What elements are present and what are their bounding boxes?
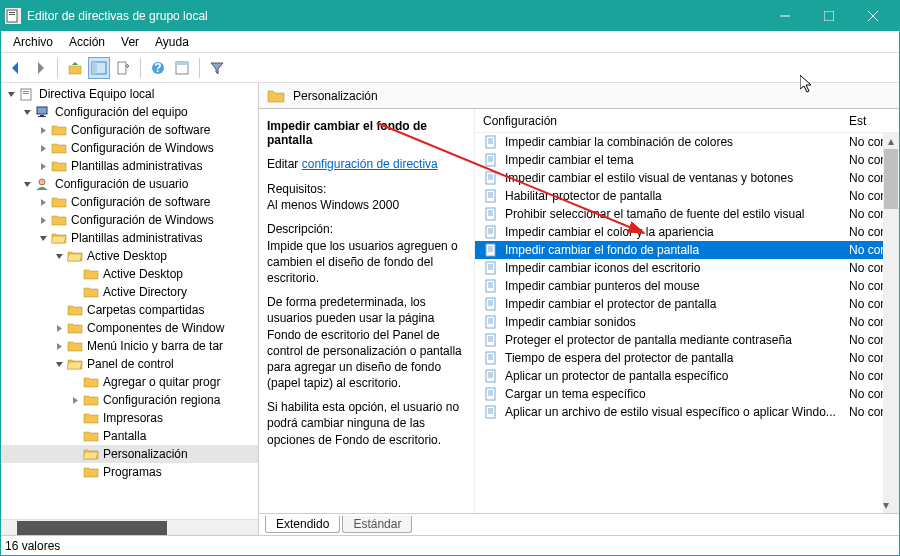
policy-item[interactable]: Impedir cambiar sonidosNo con — [475, 313, 899, 331]
policy-item[interactable]: Prohibir seleccionar el tamaño de fuente… — [475, 205, 899, 223]
column-configuration[interactable]: Configuración — [475, 114, 849, 128]
toolbar-separator — [57, 58, 58, 78]
svg-rect-66 — [486, 334, 495, 346]
svg-rect-30 — [486, 172, 495, 184]
path-header: Personalización — [259, 83, 899, 109]
edit-policy-line: Editar configuración de directiva — [267, 157, 466, 171]
svg-rect-14 — [176, 62, 188, 65]
svg-rect-1 — [9, 12, 15, 13]
requirements-text: Al menos Windows 2000 — [267, 197, 466, 213]
svg-rect-7 — [69, 66, 81, 74]
svg-rect-20 — [38, 116, 46, 117]
policy-item[interactable]: Impedir cambiar punteros del mouseNo con — [475, 277, 899, 295]
help-button[interactable]: ? — [147, 57, 169, 79]
content-area: Impedir cambiar el fondo de pantalla Edi… — [259, 109, 899, 513]
tree-item[interactable]: Configuración de software — [1, 121, 258, 139]
list-header: Configuración Est — [475, 109, 899, 133]
policy-list[interactable]: Impedir cambiar la combinación de colore… — [475, 133, 899, 513]
menu-file[interactable]: Archivo — [5, 33, 61, 51]
policy-item[interactable]: Aplicar un archivo de estilo visual espe… — [475, 403, 899, 421]
svg-rect-82 — [486, 406, 495, 418]
tree-item[interactable]: Componentes de Window — [1, 319, 258, 337]
policy-item[interactable]: Impedir cambiar el temaNo con — [475, 151, 899, 169]
export-button[interactable] — [112, 57, 134, 79]
policy-item[interactable]: Impedir cambiar el fondo de pantallaNo c… — [475, 241, 899, 259]
tree-item[interactable]: Personalización — [1, 445, 258, 463]
properties-button[interactable] — [171, 57, 193, 79]
tree-item[interactable]: Panel de control — [1, 355, 258, 373]
scroll-down-icon[interactable]: ▾ — [883, 497, 889, 513]
svg-rect-54 — [486, 280, 495, 292]
scroll-up-icon[interactable]: ▴ — [883, 133, 899, 149]
forward-button[interactable] — [29, 57, 51, 79]
requirements-label: Requisitos: — [267, 181, 466, 197]
tree-item[interactable]: Carpetas compartidas — [1, 301, 258, 319]
column-state[interactable]: Est — [849, 114, 899, 128]
tree-item[interactable]: Active Desktop — [1, 247, 258, 265]
tab-standard[interactable]: Estándar — [342, 516, 412, 533]
menu-bar: Archivo Acción Ver Ayuda — [1, 31, 899, 53]
svg-rect-22 — [486, 136, 495, 148]
svg-rect-16 — [23, 91, 29, 92]
list-vertical-scrollbar[interactable]: ▴ ▾ — [883, 133, 899, 513]
svg-rect-74 — [486, 370, 495, 382]
description-pane: Impedir cambiar el fondo de pantalla Edi… — [259, 109, 474, 513]
policy-item[interactable]: Impedir cambiar el color y la apariencia… — [475, 223, 899, 241]
filter-button[interactable] — [206, 57, 228, 79]
edit-policy-link[interactable]: configuración de directiva — [302, 157, 438, 171]
tree-item[interactable]: Plantillas administrativas — [1, 229, 258, 247]
tree-item[interactable]: Directiva Equipo local — [1, 85, 258, 103]
svg-rect-4 — [824, 11, 834, 21]
tree-item[interactable]: Configuración de software — [1, 193, 258, 211]
close-button[interactable] — [851, 1, 895, 31]
tree-item[interactable]: Configuración de Windows — [1, 211, 258, 229]
tree-item[interactable]: Programas — [1, 463, 258, 481]
tree-item[interactable]: Configuración regiona — [1, 391, 258, 409]
status-bar: 16 valores — [1, 535, 899, 555]
policy-item[interactable]: Impedir cambiar el protector de pantalla… — [475, 295, 899, 313]
policy-item[interactable]: Cargar un tema específicoNo con — [475, 385, 899, 403]
policy-item[interactable]: Habilitar protector de pantallaNo con — [475, 187, 899, 205]
back-button[interactable] — [5, 57, 27, 79]
policy-item[interactable]: Impedir cambiar iconos del escritorioNo … — [475, 259, 899, 277]
tree-item[interactable]: Plantillas administrativas — [1, 157, 258, 175]
tree-horizontal-scrollbar[interactable] — [1, 519, 258, 535]
tree-item[interactable]: Active Directory — [1, 283, 258, 301]
policy-item[interactable]: Aplicar un protector de pantalla específ… — [475, 367, 899, 385]
menu-view[interactable]: Ver — [113, 33, 147, 51]
tree-item[interactable]: Configuración de usuario — [1, 175, 258, 193]
tree-pane: Directiva Equipo localConfiguración del … — [1, 83, 259, 535]
details-pane: Personalización Impedir cambiar el fondo… — [259, 83, 899, 535]
svg-rect-15 — [21, 89, 31, 100]
svg-rect-46 — [486, 244, 495, 256]
svg-rect-58 — [486, 298, 495, 310]
tree-item[interactable]: Menú Inicio y barra de tar — [1, 337, 258, 355]
menu-action[interactable]: Acción — [61, 33, 113, 51]
policy-item[interactable]: Tiempo de espera del protector de pantal… — [475, 349, 899, 367]
svg-rect-17 — [23, 93, 29, 94]
title-bar: Editor de directivas de grupo local — [1, 1, 899, 31]
policy-item[interactable]: Impedir cambiar el estilo visual de vent… — [475, 169, 899, 187]
minimize-button[interactable] — [763, 1, 807, 31]
tab-extended[interactable]: Extendido — [265, 516, 340, 533]
tree-item[interactable]: Configuración de Windows — [1, 139, 258, 157]
svg-rect-9 — [92, 62, 97, 74]
menu-help[interactable]: Ayuda — [147, 33, 197, 51]
policy-item[interactable]: Proteger el protector de pantalla median… — [475, 331, 899, 349]
view-tabs: Extendido Estándar — [259, 513, 899, 535]
maximize-button[interactable] — [807, 1, 851, 31]
svg-rect-18 — [37, 107, 47, 114]
toolbar-separator — [140, 58, 141, 78]
navigation-tree[interactable]: Directiva Equipo localConfiguración del … — [1, 83, 258, 483]
up-button[interactable] — [64, 57, 86, 79]
tree-item[interactable]: Agregar o quitar progr — [1, 373, 258, 391]
path-text: Personalización — [293, 89, 378, 103]
tree-item[interactable]: Configuración del equipo — [1, 103, 258, 121]
policy-item[interactable]: Impedir cambiar la combinación de colore… — [475, 133, 899, 151]
tree-item[interactable]: Active Desktop — [1, 265, 258, 283]
show-tree-button[interactable] — [88, 57, 110, 79]
policy-list-pane: Configuración Est Impedir cambiar la com… — [474, 109, 899, 513]
tree-item[interactable]: Pantalla — [1, 427, 258, 445]
tree-item[interactable]: Impresoras — [1, 409, 258, 427]
svg-rect-10 — [118, 62, 126, 74]
